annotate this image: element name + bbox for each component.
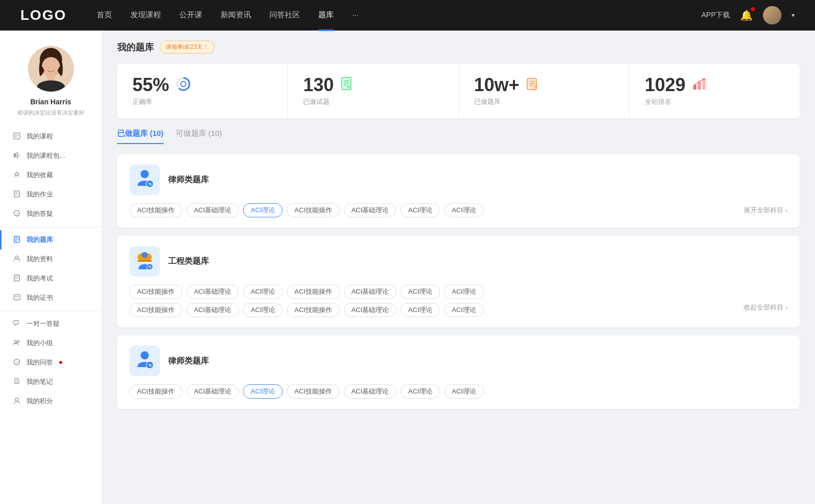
l2-tag-1[interactable]: ACI基础理论 [186, 384, 239, 399]
sidebar-item-group[interactable]: 我的小组 [0, 333, 101, 353]
expand-link-lawyer-1[interactable]: 展开全部科目 › [744, 206, 787, 215]
stat-banks-number: 10w+ [474, 76, 520, 94]
tag-1[interactable]: ACI基础理论 [186, 203, 239, 217]
svg-rect-24 [14, 295, 20, 300]
svg-rect-8 [14, 153, 16, 157]
sidebar-item-course-pkg[interactable]: 我的课程包... [0, 146, 101, 165]
eng-tag-r2-3[interactable]: ACI技能操作 [287, 303, 340, 317]
svg-rect-50 [698, 81, 701, 90]
eng-tag-r2-5[interactable]: ACI理论 [400, 303, 440, 317]
tab-done[interactable]: 已做题库 (10) [117, 129, 164, 144]
qbank-tags-engineer-row1: ACI技能操作 ACI基础理论 ACI理论 ACI技能操作 ACI基础理论 AC… [129, 285, 787, 299]
sidebar-item-myqa[interactable]: ? 我的问答 [0, 353, 101, 372]
eng-tag-r2-6[interactable]: ACI理论 [444, 303, 484, 317]
sidebar-item-course[interactable]: 我的课程 [0, 127, 101, 146]
sidebar-label-qbank: 我的题库 [26, 235, 53, 244]
main-layout: Brian Harris 错误的决定比没有决定要好 我的课程 我的课程包... [0, 31, 815, 504]
svg-point-59 [142, 252, 148, 258]
nav-item-qbank[interactable]: 题库 [318, 10, 334, 21]
svg-rect-10 [19, 154, 20, 157]
user-menu-chevron[interactable]: ▾ [792, 12, 795, 19]
sidebar-label-homework: 我的作业 [26, 190, 53, 199]
eng-tag-r1-1[interactable]: ACI基础理论 [186, 285, 239, 299]
engineer-svg [132, 249, 157, 273]
trial-badge: 体验剩余23天！ [160, 41, 214, 53]
eng-tag-r2-2[interactable]: ACI理论 [243, 303, 283, 317]
svg-rect-11 [14, 191, 19, 197]
avatar-image [763, 6, 781, 24]
eng-tag-r2-4[interactable]: ACI基础理论 [344, 303, 397, 317]
svg-rect-37 [342, 77, 351, 90]
tag-0[interactable]: ACI技能操作 [129, 203, 182, 217]
sidebar-item-note[interactable]: 我的笔记 [0, 372, 101, 391]
l2-tag-3[interactable]: ACI技能操作 [287, 384, 340, 399]
nav-item-qa[interactable]: 问答社区 [269, 10, 300, 21]
lawyer-svg-2 [132, 349, 157, 373]
sidebar-item-cert[interactable]: 我的证书 [0, 288, 101, 307]
oneone-icon [12, 320, 21, 328]
eng-tag-r2-1[interactable]: ACI基础理论 [186, 303, 239, 317]
accuracy-ring-icon [175, 76, 192, 94]
eng-tag-r1-3[interactable]: ACI技能操作 [287, 285, 340, 299]
tag-3[interactable]: ACI技能操作 [287, 203, 340, 217]
avatar-svg [28, 46, 74, 92]
logo[interactable]: LOGO [20, 7, 66, 23]
sidebar-item-favorite[interactable]: 我的收藏 [0, 165, 101, 185]
tab-available[interactable]: 可做题库 (10) [176, 129, 222, 144]
l2-tag-4[interactable]: ACI基础理论 [344, 384, 397, 399]
tag-2-active[interactable]: ACI理论 [243, 203, 283, 217]
eng-tag-r1-4[interactable]: ACI基础理论 [344, 285, 397, 299]
tag-6[interactable]: ACI理论 [444, 203, 484, 217]
l2-tag-2-active[interactable]: ACI理论 [243, 384, 283, 399]
group-icon [12, 339, 21, 348]
nav-item-home[interactable]: 首页 [97, 10, 112, 21]
course-icon [12, 132, 21, 141]
sidebar-item-homework[interactable]: 我的作业 [0, 185, 101, 204]
svg-rect-49 [693, 85, 696, 90]
sidebar-item-qa[interactable]: ? 我的答疑 [0, 204, 101, 223]
stat-accuracy-number: 55% [132, 76, 169, 94]
svg-rect-5 [14, 133, 20, 139]
nav-item-news[interactable]: 新闻资讯 [221, 10, 251, 21]
l2-tag-6[interactable]: ACI理论 [444, 384, 484, 399]
qbank-header-lawyer-2: 律师类题库 [129, 346, 787, 376]
eng-tag-r1-5[interactable]: ACI理论 [400, 285, 440, 299]
eng-tag-r2-0[interactable]: ACI技能操作 [129, 303, 182, 317]
eng-tag-r1-6[interactable]: ACI理论 [444, 285, 484, 299]
eng-tag-r1-2[interactable]: ACI理论 [243, 285, 283, 299]
nav-item-open[interactable]: 公开课 [179, 10, 202, 21]
collapse-link-engineer[interactable]: 收起全部科目 › [744, 303, 787, 317]
lawyer-svg-1 [132, 167, 157, 192]
eng-tag-r1-0[interactable]: ACI技能操作 [129, 285, 182, 299]
svg-text:?: ? [16, 212, 18, 216]
sidebar-label-favorite: 我的收藏 [26, 171, 53, 180]
stat-banks-label: 已做题库 [474, 97, 614, 106]
sidebar-item-exam[interactable]: 我的考试 [0, 269, 101, 288]
sidebar-label-myqa: 我的问答 [26, 358, 53, 367]
qbank-header-engineer: 工程类题库 [129, 246, 787, 276]
svg-rect-9 [16, 152, 18, 158]
app-download-link[interactable]: APP下载 [701, 11, 730, 20]
svg-point-33 [15, 398, 18, 401]
tag-4[interactable]: ACI基础理论 [344, 203, 397, 217]
l2-tag-0[interactable]: ACI技能操作 [129, 384, 182, 399]
sidebar-item-qbank[interactable]: 我的题库 [0, 230, 101, 249]
svg-text:?: ? [16, 360, 18, 365]
qbank-tags-lawyer-2: ACI技能操作 ACI基础理论 ACI理论 ACI技能操作 ACI基础理论 AC… [129, 384, 787, 399]
qbank-header-lawyer-1: 律师类题库 [129, 164, 787, 195]
l2-tag-5[interactable]: ACI理论 [400, 384, 440, 399]
sidebar-label-qa: 我的答疑 [26, 209, 53, 218]
user-avatar-nav[interactable] [763, 6, 781, 24]
sidebar-label-oneone: 一对一答疑 [26, 319, 60, 328]
svg-point-62 [141, 351, 149, 359]
notification-bell[interactable]: 🔔 [740, 9, 753, 21]
nav-item-discover[interactable]: 发现课程 [130, 10, 161, 21]
sidebar-item-profile[interactable]: 我的资料 [0, 249, 101, 269]
nav-item-more[interactable]: ··· [352, 10, 359, 21]
stat-rank: 1029 全站排名 [630, 64, 800, 119]
sidebar-item-oneone[interactable]: 一对一答疑 [0, 314, 101, 333]
tag-5[interactable]: ACI理论 [400, 203, 440, 217]
question-bank-tabs: 已做题库 (10) 可做题库 (10) [117, 129, 800, 144]
sidebar-item-points[interactable]: 我的积分 [0, 391, 101, 411]
svg-rect-21 [14, 275, 19, 281]
